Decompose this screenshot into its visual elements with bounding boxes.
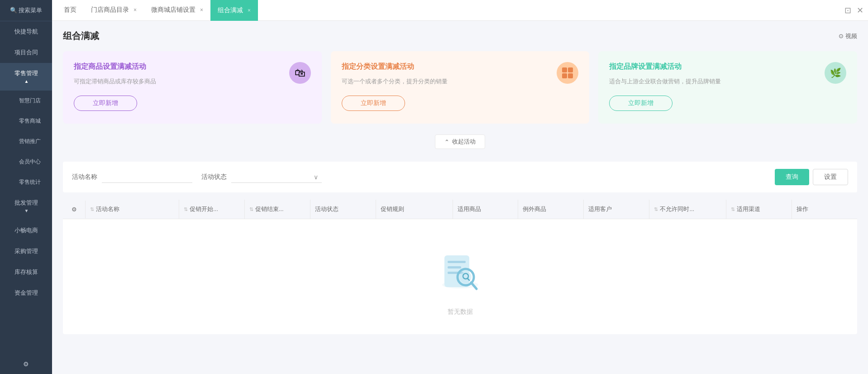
table-col-action: 操作 (792, 200, 857, 219)
col-no-dup-label: 不允许同时... (660, 205, 694, 213)
chevron-up-icon: ⌃ (444, 139, 449, 145)
name-search-field: 活动名称 (72, 172, 192, 183)
brand-activity-card: 🌿 指定品牌设置满减活动 适合与上游企业联合做营销，提升品牌销量 立即新增 (598, 51, 857, 124)
sidebar-item-member-center[interactable]: 会员中心 (0, 152, 52, 172)
sidebar-item-label: 资金管理 (0, 289, 52, 297)
chevron-up-icon: ▲ (24, 79, 29, 84)
sidebar-item-purchase-mgmt[interactable]: 采购管理 (0, 241, 52, 262)
tab-store-catalog-label: 门店商品目录 (91, 6, 129, 14)
sidebar-item-retail-mall[interactable]: 零售商城 (0, 111, 52, 131)
tab-home-label: 首页 (64, 6, 76, 14)
col-end-label: 促销结束... (255, 205, 284, 213)
sidebar-item-inventory-calc[interactable]: 库存核算 (0, 262, 52, 283)
tab-store-catalog[interactable]: 门店商品目录 × (84, 0, 144, 21)
tab-mini-store-settings[interactable]: 微商城店铺设置 × (144, 0, 210, 21)
sidebar-item-label: 快捷导航 (0, 28, 52, 36)
col-rule-label: 促销规则 (381, 205, 404, 213)
sidebar-item-label: 零售统计 (7, 178, 52, 186)
sidebar-item-label: 智慧门店 (7, 97, 52, 105)
gear-icon: ⚙ (72, 206, 77, 213)
col-name-label: 活动名称 (96, 205, 119, 213)
sidebar-search[interactable]: 🔍 搜索菜单 (0, 0, 52, 21)
query-button[interactable]: 查询 (775, 169, 809, 185)
table-container: ⚙ ⇅ 活动名称 ⇅ 促销开始... ⇅ 促销结束... 活动状态 (63, 200, 857, 334)
maximize-icon[interactable]: ⊡ (844, 5, 851, 15)
brand-card-add-button[interactable]: 立即新增 (609, 96, 672, 111)
gear-icon: ⚙ (23, 360, 29, 368)
collapse-button[interactable]: ⌃ 收起活动 (435, 134, 485, 149)
table-col-status: 活动状态 (310, 200, 376, 219)
close-window-icon[interactable]: ✕ (857, 5, 863, 15)
sort-icon: ⇅ (731, 206, 735, 212)
sidebar-item-label: 批发管理 (0, 199, 52, 207)
name-search-label: 活动名称 (72, 173, 97, 181)
activity-cards: 🛍 指定商品设置满减活动 可指定滞销商品或库存较多商品 立即新增 指定分类设置满… (63, 51, 857, 124)
sidebar-item-label: 零售商城 (7, 117, 52, 125)
col-start-label: 促销开始... (190, 205, 218, 213)
status-select[interactable] (231, 172, 322, 183)
sidebar-item-label: 小畅电商 (0, 226, 52, 235)
table-col-end[interactable]: ⇅ 促销结束... (245, 200, 310, 219)
col-except-label: 例外商品 (523, 205, 546, 213)
chevron-down-icon: ▼ (24, 208, 29, 213)
sidebar-item-retail-stats[interactable]: 零售统计 (0, 172, 52, 192)
empty-illustration (433, 246, 487, 301)
product-card-icon: 🛍 (289, 62, 311, 84)
tab-combo-discount-label: 组合满减 (218, 6, 243, 14)
svg-rect-0 (562, 67, 567, 72)
sidebar-item-xiaochang-ecom[interactable]: 小畅电商 (0, 220, 52, 241)
settings-gear-icon[interactable]: ⚙ (0, 354, 52, 374)
table-col-except: 例外商品 (518, 200, 584, 219)
search-bar: 活动名称 活动状态 ∨ 查询 设置 (63, 162, 857, 192)
sidebar-item-wholesale-mgmt[interactable]: 批发管理 ▼ (0, 192, 52, 220)
sidebar-item-marketing[interactable]: 营销推广 (0, 131, 52, 152)
category-card-desc: 可选一个或者多个分类，提升分类的销量 (342, 77, 579, 86)
page-title: 组合满减 (63, 30, 99, 42)
sidebar-item-finance-mgmt[interactable]: 资金管理 (0, 283, 52, 303)
status-search-label: 活动状态 (201, 173, 227, 181)
sort-icon: ⇅ (654, 206, 658, 212)
close-icon[interactable]: × (248, 7, 251, 14)
col-status-label: 活动状态 (315, 205, 339, 213)
svg-rect-3 (568, 73, 573, 78)
page-content: 组合满减 ⊙ 视频 🛍 指定商品设置满减活动 可指定滞销商品或库存较多商品 立即… (52, 21, 868, 374)
sort-icon: ⇅ (90, 206, 94, 212)
sidebar-item-label: 项目合同 (0, 48, 52, 57)
sidebar-item-smart-store[interactable]: 智慧门店 (0, 91, 52, 111)
table-col-goods: 适用商品 (453, 200, 519, 219)
sidebar-item-retail-mgmt[interactable]: 零售管理 ▲ (0, 63, 52, 91)
collapse-bar: ⌃ 收起活动 (63, 131, 857, 153)
table-col-name[interactable]: ⇅ 活动名称 (86, 200, 179, 219)
tab-home[interactable]: 首页 (57, 0, 84, 21)
close-icon[interactable]: × (200, 7, 203, 13)
table-col-channel[interactable]: ⇅ 适用渠道 (726, 200, 792, 219)
sidebar: 🔍 搜索菜单 快捷导航 项目合同 零售管理 ▲ 智慧门店 零售商城 营销推广 会… (0, 0, 52, 374)
table-col-start[interactable]: ⇅ 促销开始... (179, 200, 245, 219)
table-col-customer: 适用客户 (584, 200, 649, 219)
page-header: 组合满减 ⊙ 视频 (63, 30, 857, 42)
product-card-desc: 可指定滞销商品或库存较多商品 (74, 77, 311, 86)
svg-rect-7 (448, 266, 461, 269)
product-card-title: 指定商品设置满减活动 (74, 62, 311, 72)
table-col-no-dup[interactable]: ⇅ 不允许同时... (649, 200, 726, 219)
close-icon[interactable]: × (134, 7, 137, 13)
window-controls: ⊡ ✕ (844, 5, 863, 15)
col-customer-label: 适用客户 (588, 205, 612, 213)
tab-combo-discount[interactable]: 组合满减 × (210, 0, 258, 21)
video-link[interactable]: ⊙ 视频 (839, 32, 857, 40)
table-col-gear[interactable]: ⚙ (63, 201, 86, 218)
category-card-icon (557, 62, 578, 84)
search-actions: 查询 设置 (775, 169, 848, 185)
product-card-add-button[interactable]: 立即新增 (74, 96, 137, 111)
video-label: 视频 (845, 32, 857, 40)
category-card-add-button[interactable]: 立即新增 (342, 96, 405, 111)
brand-card-desc: 适合与上游企业联合做营销，提升品牌销量 (609, 77, 846, 86)
sidebar-item-label: 会员中心 (7, 158, 52, 166)
name-search-input[interactable] (102, 172, 192, 183)
col-channel-label: 适用渠道 (737, 205, 760, 213)
empty-text: 暂无数据 (72, 308, 848, 316)
settings-button[interactable]: 设置 (813, 169, 848, 185)
sidebar-item-project-contract[interactable]: 项目合同 (0, 42, 52, 63)
tab-bar: 首页 门店商品目录 × 微商城店铺设置 × 组合满减 × ⊡ ✕ (52, 0, 868, 21)
sidebar-item-quick-nav[interactable]: 快捷导航 (0, 21, 52, 42)
